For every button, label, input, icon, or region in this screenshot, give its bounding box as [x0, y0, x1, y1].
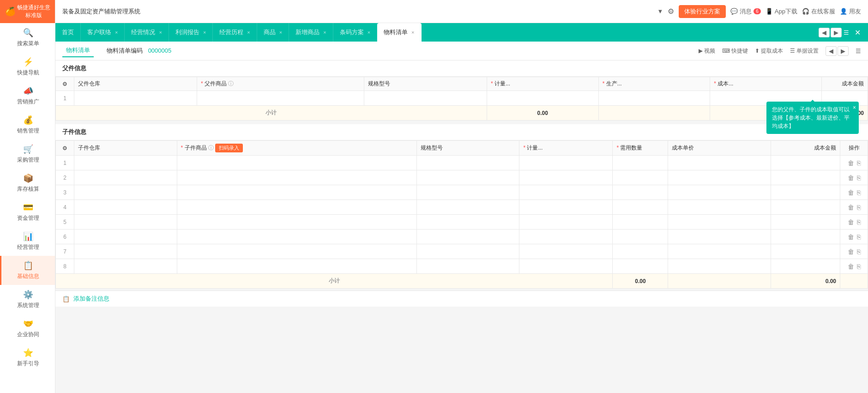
copy-icon-4[interactable]: ⎘	[857, 204, 861, 211]
child-qty-cell-4[interactable]	[613, 200, 668, 215]
sidebar-item-operations[interactable]: 📊 经营管理	[0, 227, 55, 256]
child-cost-amount-cell-5[interactable]	[771, 215, 840, 230]
sidebar-item-guide[interactable]: ⭐ 新手引导	[0, 343, 55, 372]
online-service-action[interactable]: 🎧 在线客服	[802, 7, 835, 16]
child-unit-cell-1[interactable]	[519, 156, 613, 170]
sidebar-item-system[interactable]: ⚙️ 系统管理	[0, 285, 55, 314]
col2-settings-icon[interactable]: ⚙	[62, 145, 67, 151]
tab-bom[interactable]: 物料清单 ×	[377, 23, 421, 42]
child-cost-price-cell-8[interactable]	[668, 259, 771, 274]
child-unit-cell-3[interactable]	[519, 185, 613, 200]
tab-customers-close[interactable]: ×	[115, 30, 118, 35]
delete-icon-1[interactable]: 🗑	[848, 159, 854, 167]
scan-button[interactable]: 扫码录入	[215, 144, 243, 152]
tab-barcode-close[interactable]: ×	[368, 30, 370, 35]
tab-bom-close[interactable]: ×	[411, 30, 414, 35]
tab-barcode[interactable]: 条码方案 ×	[333, 23, 377, 42]
tooltip-close-btn[interactable]: ×	[853, 103, 856, 112]
child-cost-amount-cell-1[interactable]	[771, 156, 840, 170]
tab-goods-close[interactable]: ×	[279, 30, 282, 35]
child-cost-amount-cell-6[interactable]	[771, 230, 840, 244]
child-warehouse-cell-3[interactable]	[74, 185, 177, 200]
child-cost-amount-cell-3[interactable]	[771, 185, 840, 200]
sidebar-item-search[interactable]: 🔍 搜索菜单	[0, 23, 55, 52]
message-action[interactable]: 💬 消息 6	[730, 7, 761, 16]
child-cost-price-cell-2[interactable]	[668, 170, 771, 185]
parent-warehouse-cell-1[interactable]	[74, 91, 197, 106]
single-settings-action[interactable]: ☰ 单据设置	[790, 47, 819, 55]
child-qty-cell-8[interactable]	[613, 259, 668, 274]
shortcut-action[interactable]: ⌨ 快捷键	[722, 47, 748, 55]
child-goods-cell-1[interactable]	[177, 156, 416, 170]
child-warehouse-cell-4[interactable]	[74, 200, 177, 215]
child-cost-price-cell-4[interactable]	[668, 200, 771, 215]
child-spec-cell-7[interactable]	[416, 244, 519, 259]
child-warehouse-cell-7[interactable]	[74, 244, 177, 259]
extract-cost-action[interactable]: ⬆ 提取成本	[755, 47, 783, 55]
delete-icon-3[interactable]: 🗑	[848, 189, 854, 196]
child-cost-amount-cell-8[interactable]	[771, 259, 840, 274]
tab-customers[interactable]: 客户联络 ×	[81, 23, 125, 42]
video-action[interactable]: ▶ 视频	[699, 47, 715, 55]
child-unit-cell-4[interactable]	[519, 200, 613, 215]
tab-history[interactable]: 经营历程 ×	[213, 23, 257, 42]
sidebar-item-finance[interactable]: 💳 资金管理	[0, 198, 55, 227]
child-warehouse-cell-1[interactable]	[74, 156, 177, 170]
view-list-icon[interactable]: ☰	[856, 48, 861, 54]
parent-unit-cell-1[interactable]	[487, 91, 598, 106]
child-goods-cell-4[interactable]	[177, 200, 416, 215]
sidebar-item-purchase[interactable]: 🛒 采购管理	[0, 139, 55, 169]
child-qty-cell-6[interactable]	[613, 230, 668, 244]
tab-profit-close[interactable]: ×	[203, 30, 206, 35]
note-label[interactable]: 添加备注信息	[73, 295, 109, 303]
tab-operations-close[interactable]: ×	[159, 30, 162, 35]
child-cost-amount-cell-4[interactable]	[771, 200, 840, 215]
copy-icon-5[interactable]: ⎘	[857, 218, 861, 226]
nav-prev[interactable]: ◀	[819, 28, 830, 37]
child-unit-cell-6[interactable]	[519, 230, 613, 244]
child-qty-cell-1[interactable]	[613, 156, 668, 170]
nav-next[interactable]: ▶	[831, 28, 842, 37]
delete-icon-8[interactable]: 🗑	[848, 263, 854, 270]
app-download-action[interactable]: 📱 App下载	[766, 7, 797, 16]
tab-history-close[interactable]: ×	[247, 30, 250, 35]
copy-icon-6[interactable]: ⎘	[857, 233, 861, 241]
tab-goods[interactable]: 商品 ×	[257, 23, 289, 42]
sidebar-item-quick-nav[interactable]: ⚡ 快捷导航	[0, 52, 55, 81]
child-unit-cell-5[interactable]	[519, 215, 613, 230]
child-warehouse-cell-5[interactable]	[74, 215, 177, 230]
sidebar-item-inventory[interactable]: 📦 库存核算	[0, 169, 55, 198]
child-goods-cell-5[interactable]	[177, 215, 416, 230]
copy-icon-7[interactable]: ⎘	[857, 248, 861, 255]
sidebar-item-basic-info[interactable]: 📋 基础信息	[0, 256, 55, 285]
child-warehouse-cell-2[interactable]	[74, 170, 177, 185]
copy-icon-1[interactable]: ⎘	[857, 159, 861, 167]
tab-home[interactable]: 首页	[55, 23, 81, 42]
child-spec-cell-4[interactable]	[416, 200, 519, 215]
tab-operations[interactable]: 经营情况 ×	[125, 23, 169, 42]
sidebar-item-marketing[interactable]: 📣 营销推广	[0, 81, 55, 110]
child-warehouse-cell-8[interactable]	[74, 259, 177, 274]
delete-icon-6[interactable]: 🗑	[848, 233, 854, 241]
copy-icon-2[interactable]: ⎘	[857, 174, 861, 181]
dropdown-icon[interactable]: ▼	[657, 8, 663, 15]
tab-new-goods-close[interactable]: ×	[323, 30, 326, 35]
child-cost-price-cell-3[interactable]	[668, 185, 771, 200]
tab-menu-icon[interactable]: ☰	[842, 29, 851, 36]
child-unit-cell-8[interactable]	[519, 259, 613, 274]
parent-spec-cell-1[interactable]	[364, 91, 487, 106]
nav-prev2[interactable]: ◀	[826, 46, 837, 56]
child-spec-cell-6[interactable]	[416, 230, 519, 244]
child-unit-cell-7[interactable]	[519, 244, 613, 259]
parent-goods-cell-1[interactable]	[197, 91, 364, 106]
delete-icon-2[interactable]: 🗑	[848, 174, 854, 181]
child-spec-cell-2[interactable]	[416, 170, 519, 185]
copy-icon-3[interactable]: ⎘	[857, 189, 861, 196]
close-tab-icon[interactable]: ✕	[851, 28, 864, 37]
settings-icon[interactable]: ⚙	[668, 7, 674, 16]
tab-new-goods[interactable]: 新增商品 ×	[289, 23, 333, 42]
child-cost-price-cell-6[interactable]	[668, 230, 771, 244]
copy-icon-8[interactable]: ⎘	[857, 263, 861, 270]
delete-icon-5[interactable]: 🗑	[848, 218, 854, 226]
experience-button[interactable]: 体验行业方案	[679, 5, 726, 18]
